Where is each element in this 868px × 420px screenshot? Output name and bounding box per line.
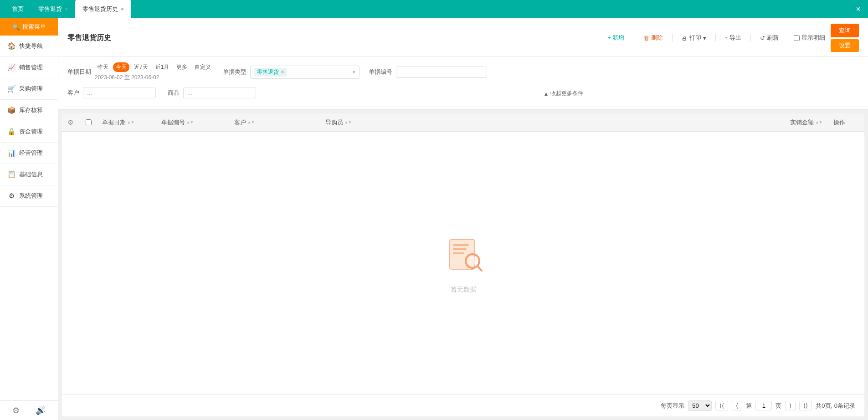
svg-rect-1 (453, 244, 469, 246)
number-input[interactable] (396, 67, 487, 78)
date-range-display: 2023-06-02 至 2023-06-02 (95, 74, 214, 82)
date-btn-yesterday[interactable]: 昨天 (95, 62, 111, 72)
number-sort-icon[interactable]: ▲▼ (186, 121, 194, 124)
toolbar-divider-2 (672, 34, 673, 41)
per-page-select[interactable]: 50 10 20 100 (688, 400, 712, 411)
table-col-number: 单据编号 ▲▼ (156, 115, 229, 130)
date-btn-1month[interactable]: 近1月 (153, 62, 172, 72)
svg-line-6 (478, 266, 482, 271)
sidebar-item-basic-info[interactable]: 📋 基础信息 (0, 164, 58, 185)
system-icon: ⚙ (7, 192, 15, 200)
table-settings-icon[interactable]: ⚙ (67, 118, 73, 127)
sidebar-item-purchase[interactable]: 🛒 采购管理 (0, 78, 58, 100)
tab-home[interactable]: 首页 (5, 0, 31, 18)
filter-group-date: 单据日期 昨天 今天 近7天 近1月 更多 自定义 2023-06-02 至 2… (67, 62, 214, 82)
pagination: 每页显示 50 10 20 100 ⟨⟨ ⟨ 第 页 ⟩ ⟩⟩ 共0页, 0条记… (62, 394, 864, 416)
date-btn-custom[interactable]: 自定义 (192, 62, 214, 72)
date-btn-today[interactable]: 今天 (113, 62, 129, 72)
page-next-button[interactable]: ⟩ (785, 401, 796, 410)
export-icon: ↑ (725, 35, 728, 41)
table-col-date: 单据日期 ▲▼ (97, 115, 156, 130)
svg-rect-2 (453, 248, 467, 250)
table-col-checkbox[interactable] (80, 116, 97, 129)
type-select[interactable]: 零售退货 × ▾ (250, 66, 360, 79)
table-col-action: 操作 (828, 115, 864, 130)
filter-group-customer: 客户 ... (67, 87, 159, 98)
speaker-icon[interactable]: 🔊 (36, 405, 46, 415)
tab-retail-return-history[interactable]: 零售退货历史 × (75, 0, 131, 18)
table-col-spacer (411, 119, 773, 126)
new-button[interactable]: + + 新增 (599, 32, 628, 44)
collapse-button[interactable]: ▲ 收起更多条件 (534, 88, 593, 99)
customer-input[interactable]: ... (83, 87, 156, 98)
sidebar-item-finance[interactable]: 🔒 资金管理 (0, 121, 58, 143)
type-select-chevron: ▾ (353, 69, 355, 75)
date-btn-7days[interactable]: 近7天 (131, 62, 151, 72)
export-button[interactable]: ↑ 导出 (721, 32, 745, 44)
page-input[interactable] (755, 401, 772, 410)
per-page-label: 每页显示 (661, 402, 684, 410)
date-btn-more[interactable]: 更多 (174, 62, 190, 72)
customer-sort-icon[interactable]: ▲▼ (247, 121, 255, 124)
tab-retail-return-history-close[interactable]: × (121, 6, 124, 12)
display-toggle-checkbox[interactable] (794, 35, 800, 41)
page-label: 第 (746, 402, 752, 410)
sidebar-item-operations[interactable]: 📊 经营管理 (0, 143, 58, 164)
operations-icon: 📊 (7, 149, 15, 157)
sidebar-item-inventory[interactable]: 📦 库存核算 (0, 100, 58, 121)
new-icon: + (602, 35, 606, 41)
amount-sort-icon[interactable]: ▲▼ (815, 121, 822, 124)
table-container: ⚙ 单据日期 ▲▼ 单据编号 ▲▼ 客户 ▲▼ 导购员 (62, 113, 864, 416)
type-tag: 零售退货 × (254, 68, 287, 77)
settings-button[interactable]: 设置 (831, 39, 859, 52)
inventory-icon: 📦 (7, 106, 15, 114)
page-header: 零售退货历史 + + 新增 🗑 删除 🖨 打印 ▾ (58, 18, 868, 57)
print-icon: 🖨 (682, 35, 688, 41)
toolbar-divider-4 (750, 34, 751, 41)
table-header: ⚙ 单据日期 ▲▼ 单据编号 ▲▼ 客户 ▲▼ 导购员 (62, 113, 864, 132)
type-filter-label: 单据类型 (223, 68, 247, 76)
print-dropdown-icon: ▾ (703, 35, 706, 41)
toolbar: + + 新增 🗑 删除 🖨 打印 ▾ ↑ 导出 (599, 24, 859, 56)
table-select-all-checkbox[interactable] (86, 119, 92, 125)
display-toggle[interactable]: 显示明细 (794, 34, 825, 42)
date-sort-icon[interactable]: ▲▼ (127, 121, 134, 124)
table-col-customer: 客户 ▲▼ (229, 115, 320, 130)
table-col-amount: 实销金额 ▲▼ (773, 115, 828, 130)
refresh-button[interactable]: ↺ 刷新 (756, 32, 782, 44)
goods-input[interactable]: ... (183, 87, 256, 98)
page-last-button[interactable]: ⟩⟩ (799, 401, 812, 410)
window-close-icon[interactable]: × (856, 5, 861, 13)
settings-bottom-icon[interactable]: ⚙ (12, 405, 20, 415)
filter-group-type: 单据类型 零售退货 × ▾ (223, 66, 360, 79)
empty-icon (441, 233, 486, 278)
print-button[interactable]: 🖨 打印 ▾ (678, 32, 710, 44)
tab-retail-return-close[interactable]: × (65, 6, 68, 12)
sidebar-item-system[interactable]: ⚙ 系统管理 (0, 185, 58, 207)
svg-rect-3 (453, 252, 464, 254)
query-button[interactable]: 查询 (831, 24, 859, 37)
filter-group-goods: 商品 ... (168, 87, 259, 98)
date-filter-label: 单据日期 (67, 68, 91, 76)
filter-row-1: 单据日期 昨天 今天 近7天 近1月 更多 自定义 2023-06-02 至 2… (67, 62, 859, 82)
home-icon: 🏠 (7, 42, 15, 50)
number-filter-label: 单据编号 (369, 68, 392, 76)
refresh-icon: ↺ (760, 35, 765, 41)
filter-area: 单据日期 昨天 今天 近7天 近1月 更多 自定义 2023-06-02 至 2… (58, 57, 868, 110)
sidebar-item-sales[interactable]: 📈 销售管理 (0, 57, 58, 78)
tab-retail-return[interactable]: 零售退货 × (31, 0, 75, 18)
basic-info-icon: 📋 (7, 170, 15, 179)
page-title: 零售退货历史 (67, 33, 111, 47)
type-tag-close[interactable]: × (281, 69, 284, 75)
sidebar-search[interactable]: 🔍 搜索菜单 (0, 18, 58, 36)
page-first-button[interactable]: ⟨⟨ (715, 401, 728, 410)
sidebar-item-quick-nav[interactable]: 🏠 快捷导航 (0, 36, 58, 57)
guide-sort-icon[interactable]: ▲▼ (344, 121, 352, 124)
delete-button[interactable]: 🗑 删除 (640, 32, 667, 44)
finance-icon: 🔒 (7, 128, 15, 136)
collapse-icon: ▲ (544, 91, 549, 97)
page-prev-button[interactable]: ⟨ (732, 401, 742, 410)
total-label: 共0页, 0条记录 (816, 402, 855, 410)
table-col-guide: 导购员 ▲▼ (320, 115, 411, 130)
sidebar-bottom: ⚙ 🔊 (0, 400, 58, 420)
